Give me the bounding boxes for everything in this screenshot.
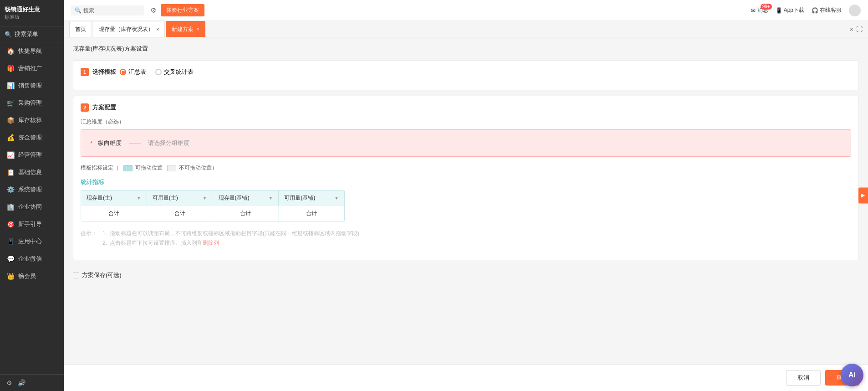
sidebar-item-inventory[interactable]: 📦 库存核算 xyxy=(0,112,64,129)
stats-col-1[interactable]: 现存量(主) ▼ xyxy=(81,190,147,206)
tab-inventory[interactable]: 现存量（库存状况表） × xyxy=(93,21,165,37)
step1-card: 1 选择模板 汇总表 交叉统计表 xyxy=(73,60,859,90)
settings-gear-icon[interactable]: ⚙ xyxy=(150,6,156,15)
sidebar-item-label: 库存核算 xyxy=(18,116,42,124)
topbar-search-box[interactable]: 🔍 xyxy=(71,5,144,15)
sidebar-nav: 🏠 快捷导航 🎁 营销推广 📊 销售管理 🛒 采购管理 📦 库存核算 💰 资金管… xyxy=(0,42,64,374)
sidebar-item-label: 新手引导 xyxy=(18,220,42,228)
sidebar-item-label: 资金管理 xyxy=(18,134,42,142)
window-expand-button[interactable]: ⛶ xyxy=(856,26,863,33)
legend-non-draggable: 不可拖动位置） xyxy=(167,164,217,172)
required-mark: * xyxy=(90,140,92,147)
basics-icon: 📋 xyxy=(6,168,15,176)
tip-2: 2. 点击标题栏下拉可设置排序、插入列和删除列 xyxy=(81,239,851,247)
tab-home[interactable]: 首页 xyxy=(69,21,92,37)
col-4-chevron-icon: ▼ xyxy=(334,196,339,201)
topbar-search-input[interactable] xyxy=(83,7,129,14)
topbar: 🔍 ⚙ 体验行业方案 ✉ 消息 99+ 📱 App下载 🎧 在线客服 xyxy=(64,0,868,21)
sidebar-item-enterprise[interactable]: 🏢 企业协同 xyxy=(0,198,64,216)
tip-1-num: 提示： 1. xyxy=(81,230,107,237)
main-content: 现存量(库存状况表)方案设置 1 选择模板 汇总表 交叉统计表 xyxy=(64,37,868,364)
stats-body-row: 合计 合计 合计 合计 xyxy=(81,206,344,221)
gift-icon: 🎁 xyxy=(6,64,15,72)
step1-badge: 1 xyxy=(81,68,89,76)
app-download-icon: 📱 xyxy=(776,7,782,14)
sidebar-search-label: 搜索菜单 xyxy=(15,30,38,38)
save-option: 方案保存(可选) xyxy=(73,266,859,281)
wechat-icon: 💬 xyxy=(6,255,15,263)
radio-crosstab-circle xyxy=(155,69,162,75)
dimension-dash: —— xyxy=(129,140,141,147)
radio-summary-label: 汇总表 xyxy=(128,68,146,76)
sidebar-item-label: 快捷导航 xyxy=(18,47,42,55)
home-icon: 🏠 xyxy=(6,47,15,55)
settings-icon[interactable]: ⚙ xyxy=(6,379,12,386)
sidebar-item-wechat[interactable]: 💬 企业微信 xyxy=(0,250,64,268)
tab-bar: 首页 现存量（库存状况表） × 新建方案 × × ⛶ xyxy=(64,21,868,37)
sidebar-item-label: 基础信息 xyxy=(18,168,42,176)
col-3-label: 现存量(基辅) xyxy=(219,194,250,202)
right-edge-tab[interactable]: ▶ xyxy=(858,188,868,204)
sidebar-item-label: 采购管理 xyxy=(18,99,42,107)
tip-1: 提示： 1. 拖动标题栏可以调整布局，不可跨维度或指标区域拖动栏目字段(只能在同… xyxy=(81,230,851,237)
tab-new-plan[interactable]: 新建方案 × xyxy=(166,21,205,37)
tab-inventory-close-icon[interactable]: × xyxy=(156,26,159,32)
radio-crosstab[interactable]: 交叉统计表 xyxy=(155,68,194,76)
dimension-box[interactable]: * 纵向维度 —— 请选择分组维度 xyxy=(81,129,851,157)
stats-label: 统计指标 xyxy=(81,178,851,186)
sidebar-item-label: 应用中心 xyxy=(18,237,42,246)
sidebar-item-member[interactable]: 👑 畅会员 xyxy=(0,268,64,285)
sidebar-item-marketing[interactable]: 🎁 营销推广 xyxy=(0,60,64,77)
tab-new-plan-close-icon[interactable]: × xyxy=(196,26,199,32)
sidebar-item-quick-nav[interactable]: 🏠 快捷导航 xyxy=(0,42,64,60)
main-area: 🔍 ⚙ 体验行业方案 ✉ 消息 99+ 📱 App下载 🎧 在线客服 xyxy=(64,0,868,391)
message-icon: ✉ xyxy=(751,7,756,14)
sidebar-item-purchase[interactable]: 🛒 采购管理 xyxy=(0,94,64,112)
messages-badge: 99+ xyxy=(761,4,772,10)
finance-icon: 💰 xyxy=(6,134,15,142)
save-checkbox[interactable] xyxy=(73,272,79,278)
non-draggable-legend-box xyxy=(167,165,176,171)
sidebar-item-app-center[interactable]: 📱 应用中心 xyxy=(0,233,64,250)
col-2-chevron-icon: ▼ xyxy=(203,196,207,201)
window-close-button[interactable]: × xyxy=(850,26,853,33)
sidebar-item-sales[interactable]: 📊 销售管理 xyxy=(0,77,64,94)
dimension-label: 汇总维度（必选） xyxy=(81,118,851,126)
sidebar-item-label: 企业协同 xyxy=(18,203,42,211)
tab-new-plan-label: 新建方案 xyxy=(172,26,194,33)
messages-button[interactable]: ✉ 消息 99+ xyxy=(751,6,768,14)
legend-draggable-label: 可拖动位置 xyxy=(135,164,163,172)
app-subtitle: 标准版 xyxy=(5,14,59,21)
sound-icon[interactable]: 🔊 xyxy=(18,379,26,386)
app-download-label: App下载 xyxy=(784,6,804,14)
sidebar-item-basics[interactable]: 📋 基础信息 xyxy=(0,164,64,181)
step1-title: 选择模板 xyxy=(92,68,116,76)
app-icon: 📱 xyxy=(6,237,15,246)
step2-badge: 2 xyxy=(81,103,89,112)
sidebar-item-operations[interactable]: 📈 经营管理 xyxy=(0,146,64,164)
sidebar-item-label: 营销推广 xyxy=(18,64,42,72)
app-download-button[interactable]: 📱 App下载 xyxy=(776,6,804,14)
service-label: 在线客服 xyxy=(820,6,842,14)
radio-summary[interactable]: 汇总表 xyxy=(120,68,146,76)
user-avatar[interactable] xyxy=(849,5,861,16)
stats-col-4[interactable]: 可用量(基辅) ▼ xyxy=(279,190,344,206)
stats-header-row: 现存量(主) ▼ 可用量(主) ▼ 现存量(基辅) ▼ 可用量(基辅) xyxy=(81,190,344,206)
trial-button[interactable]: 体验行业方案 xyxy=(161,4,204,16)
sales-icon: 📊 xyxy=(6,82,15,90)
ai-button[interactable]: Ai xyxy=(841,364,863,386)
draggable-legend-box xyxy=(123,165,133,171)
sidebar-item-newbie[interactable]: 🎯 新手引导 xyxy=(0,216,64,233)
cancel-button[interactable]: 取消 xyxy=(786,370,821,386)
system-icon: ⚙️ xyxy=(6,185,15,194)
sidebar-search[interactable]: 🔍 搜索菜单 xyxy=(0,26,64,42)
topbar-search-icon: 🔍 xyxy=(75,7,82,14)
online-service-button[interactable]: 🎧 在线客服 xyxy=(812,6,842,14)
stats-col-3[interactable]: 现存量(基辅) ▼ xyxy=(213,190,279,206)
sidebar-item-system[interactable]: ⚙️ 系统管理 xyxy=(0,181,64,198)
purchase-icon: 🛒 xyxy=(6,99,15,107)
footer: 取消 查询 xyxy=(64,364,868,391)
stats-cell-3: 合计 xyxy=(213,206,279,221)
sidebar-item-finance[interactable]: 💰 资金管理 xyxy=(0,129,64,146)
stats-col-2[interactable]: 可用量(主) ▼ xyxy=(147,190,213,206)
